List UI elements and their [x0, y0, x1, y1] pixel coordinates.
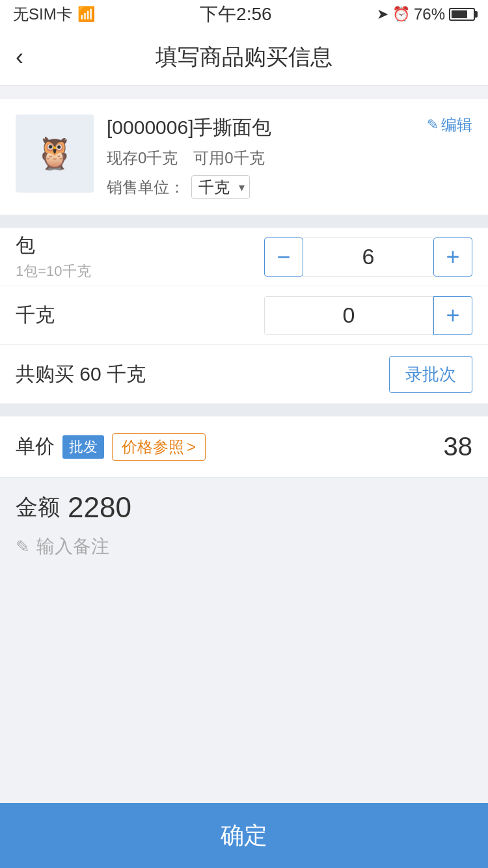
price-ref-button[interactable]: 价格参照 > [112, 433, 206, 461]
battery-icon [449, 8, 475, 21]
wifi-icon: 📶 [77, 6, 95, 23]
input-row-bao: 包 1包=10千克 − 6 + [0, 228, 488, 286]
back-button[interactable]: ‹ [16, 44, 23, 71]
battery-percent: 76% [414, 5, 445, 23]
amount-row: 金额 2280 [16, 491, 472, 524]
remark-icon: ✎ [16, 537, 30, 557]
content-filler [0, 575, 488, 803]
input-label-bao: 包 1包=10千克 [16, 232, 264, 281]
price-ref-label: 价格参照 [122, 437, 184, 457]
product-info: [0000006]手撕面包 现存0千克 可用0千克 销售单位： 千克 包 [107, 115, 414, 199]
bao-plus-button[interactable]: + [433, 237, 472, 277]
input-controls-bao: − 6 + [264, 237, 472, 277]
price-row: 单价 批发 价格参照 > 38 [16, 432, 472, 461]
price-tag: 批发 [62, 435, 104, 459]
product-image: 🦉 [16, 115, 94, 193]
status-left: 无SIM卡 📶 [13, 4, 95, 25]
time-label: 下午2:56 [200, 2, 272, 27]
section-divider-1 [0, 215, 488, 228]
product-name: [0000006]手撕面包 [107, 115, 414, 141]
product-edit-button[interactable]: ✎ 编辑 [427, 115, 472, 135]
kg-plus-button[interactable]: + [433, 296, 472, 335]
product-unit: 销售单位： 千克 包 [107, 175, 414, 199]
section-divider-2 [0, 403, 488, 416]
unit-select[interactable]: 千克 包 [191, 175, 250, 199]
alarm-icon: ⏰ [392, 6, 410, 23]
product-card: 🦉 [0000006]手撕面包 现存0千克 可用0千克 销售单位： 千克 包 ✎… [0, 99, 488, 215]
location-icon: ➤ [377, 6, 388, 23]
input-controls-kg: 0 + [264, 296, 472, 335]
price-ref-arrow: > [187, 438, 196, 456]
amount-section: 金额 2280 ✎ 输入备注 [0, 478, 488, 575]
product-logo: 🦉 [35, 135, 74, 172]
input-row-kg: 千克 0 + [0, 286, 488, 345]
amount-label: 金额 [16, 493, 60, 522]
price-label: 单价 [16, 433, 55, 460]
batch-button[interactable]: 录批次 [389, 356, 472, 393]
remark-row[interactable]: ✎ 输入备注 [16, 534, 472, 559]
product-stock: 现存0千克 可用0千克 [107, 148, 414, 169]
input-label-kg: 千克 [16, 302, 264, 329]
nav-bar: ‹ 填写商品购买信息 [0, 29, 488, 86]
unit-select-wrap[interactable]: 千克 包 [191, 175, 250, 199]
amount-value: 2280 [68, 491, 131, 524]
bao-value[interactable]: 6 [303, 237, 433, 277]
bao-minus-button[interactable]: − [264, 237, 303, 277]
status-bar: 无SIM卡 📶 下午2:56 ➤ ⏰ 76% [0, 0, 488, 29]
total-row: 共购买 60 千克 录批次 [0, 345, 488, 403]
confirm-button[interactable]: 确定 [0, 803, 488, 868]
carrier-label: 无SIM卡 [13, 4, 72, 25]
status-right: ➤ ⏰ 76% [377, 5, 475, 23]
price-value: 38 [444, 432, 473, 461]
remark-text: 输入备注 [36, 534, 109, 559]
page-title: 填写商品购买信息 [156, 42, 332, 72]
total-label: 共购买 60 千克 [16, 361, 389, 388]
kg-value[interactable]: 0 [264, 296, 433, 335]
price-section: 单价 批发 价格参照 > 38 [0, 416, 488, 477]
